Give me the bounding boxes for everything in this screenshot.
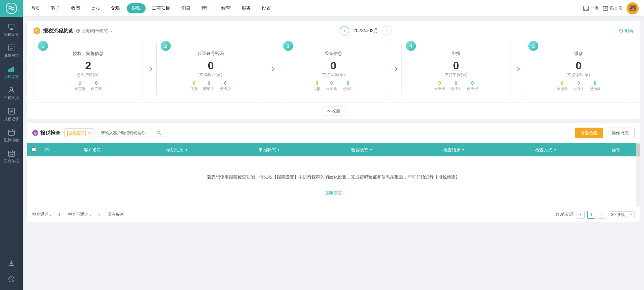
step-4-number: 4 [406,41,416,51]
col-report-status[interactable]: 申报状态 ▼ [223,143,316,156]
step-2-card: 2 验证账号密码 0 支持验证(家) 0 失败 0 验证中 [156,41,266,97]
nav-item-business[interactable]: 工商项目 [147,3,175,13]
step-4-card: 4 申报 0 支持申报(家) 0 未申报 0 进行中 [401,41,511,97]
fullscreen-button[interactable]: 全屏 [583,5,599,11]
tax-record-icon [7,107,15,115]
date-next-button[interactable]: › [382,26,392,35]
tax-overview-icon [7,65,15,73]
col-check-method[interactable]: 检查方式 ▼ [500,143,592,156]
nav-item-customer[interactable]: 客户 [46,3,65,13]
employee-tag: 全部员工 [67,130,86,136]
step-5-stat-inprogress: 0 进行中 [573,80,584,91]
pass-label: 检查通过： [32,212,52,217]
sidebar-item-tax-settings[interactable]: 报税设置 [0,19,23,41]
nav-item-accounting[interactable]: 记账 [107,3,125,13]
operation-log-button[interactable]: 操作日志 [606,128,635,138]
sidebar-item-annual-settlement[interactable]: 汇算清缴 [0,125,23,146]
step-3-stat-success: 0 已成功 [342,80,354,91]
step-3-number: 3 [283,41,293,51]
step-arrow-2 [265,41,279,97]
check-header-right: 批量检查 操作日志 [575,128,635,138]
step-5-card: 5 缴款 0 支持缴款(家) 0 未缴款 0 进行中 [524,41,633,97]
overview-title-icon: ⊕ [34,27,40,34]
sidebar-item-individual-tax[interactable]: 个税申报 [0,83,23,104]
nav-items: 首页 客户 收费 票据 记账 报税 工商项目 消息 管理 经营 服务 设置 [23,3,583,13]
col-check-result[interactable]: 检查结果 ▼ [408,143,500,156]
svg-rect-13 [12,67,14,72]
total-records: 共0条记录 [555,212,574,217]
sidebar-item-annual-report[interactable]: 工商年报 [0,146,23,167]
batch-check-button[interactable]: 批量检查 [575,128,603,138]
tax-settings-icon [7,23,15,31]
sidebar-item-tax-overview[interactable]: 报税总览 [0,62,23,83]
setup-link[interactable]: 立即设置 [325,190,342,195]
logo-icon [5,2,17,14]
page-prev-button[interactable]: ‹ [577,211,585,219]
per-page-select[interactable]: 30 条/页 50 条/页 100 条/页 [609,211,635,218]
step-1-stat-incomplete: 2 未完善 [74,80,86,91]
search-input[interactable] [101,131,155,135]
employee-filter[interactable]: 全部员工 [64,128,94,138]
select-all-checkbox[interactable] [32,147,36,152]
nav-item-settings[interactable]: 设置 [257,3,276,13]
step-3-stat-fail: 0 失败 [313,80,321,91]
content-area: ⊕ 报税流程总览 上海(电子税局) ∨ ‹ 2023年02月 › [23,17,644,290]
annual-settlement-icon [7,128,15,136]
nav-item-home[interactable]: 首页 [26,3,45,13]
svg-rect-11 [8,69,10,72]
step-arrow-4 [511,41,524,97]
nav-item-fees[interactable]: 收费 [66,3,85,13]
footer-right: 共0条记录 ‹ 1 › 30 条/页 50 条/页 100 条/页 [555,211,635,219]
nav-item-invoice[interactable]: 票据 [87,3,105,13]
scrollbar-thumb [636,143,640,157]
sidebar-item-batch-tax[interactable]: 批量报税 [0,41,23,62]
col-client-name: 客户名称 [54,143,131,156]
col-settings [40,143,54,156]
svg-rect-2 [603,6,608,10]
step-1-title: 授权、完善信息 [39,51,137,57]
nav-item-tax[interactable]: 报税 [127,3,146,13]
overview-card: ⊕ 报税流程总览 上海(电子税局) ∨ ‹ 2023年02月 › [27,21,640,102]
step-1-number: 1 [38,41,48,51]
check-table: 客户名称 纳税性质 ▼ 申报状态 ▼ 缴费状态 ▼ 检查结果 [27,143,640,207]
step-2-stat-success: 0 已成功 [220,80,231,91]
location-tag[interactable]: 上海(电子税局) ∨ [76,28,113,34]
pass-value[interactable]: 0 [58,212,60,217]
date-display: 2023年02月 [353,28,378,34]
nav-item-message[interactable]: 消息 [176,3,195,13]
step-3-sub: 支持采集(家) [284,72,382,78]
help-icon: ? [7,275,15,283]
check-footer: 检查通过： 0 检查不通过： 0 囧有备注 共0条记录 ‹ 1 › 30 条/页… [27,207,640,222]
collapse-button[interactable]: 收起 [321,106,346,116]
svg-rect-16 [8,108,14,114]
col-payment-status[interactable]: 缴费状态 ▼ [316,143,408,156]
refresh-button[interactable]: 刷新 [619,28,633,34]
date-prev-button[interactable]: ‹ [340,26,349,35]
overview-header: ⊕ 报税流程总览 上海(电子税局) ∨ ‹ 2023年02月 › [34,26,633,35]
check-title: ◎ 报税检查 [32,130,60,136]
step-4-stat-reported: 0 已申报 [467,80,478,91]
nav-item-operation[interactable]: 经营 [217,3,235,13]
sidebar-item-tax-record[interactable]: 报税记录 [0,104,23,125]
step-arrow-3 [388,41,401,97]
date-nav: ‹ 2023年02月 › [340,26,392,35]
nav-item-manage[interactable]: 管理 [197,3,215,13]
settings-icon[interactable] [44,147,50,152]
svg-rect-1 [584,6,588,11]
step-1-card: 1 授权、完善信息 2 总客户数(家) 2 未完善 0 已完善 [34,41,143,97]
step-4-stat-unreported: 0 未申报 [434,80,445,91]
fail-value[interactable]: 0 [98,212,100,217]
top-nav: 首页 客户 收费 票据 记账 报税 工商项目 消息 管理 经营 服务 设置 全屏… [0,0,644,17]
col-tax-type[interactable]: 纳税性质 ▼ [131,143,223,156]
search-icon[interactable] [157,131,161,135]
member-button[interactable]: 畅会员 [603,5,623,11]
page-next-button[interactable]: › [598,211,606,219]
scrollbar[interactable] [636,143,640,207]
avatar[interactable]: 🐻 [627,2,639,14]
sidebar-help-button[interactable]: ? [0,272,23,287]
col-checkbox [27,143,40,156]
nav-item-service[interactable]: 服务 [237,3,256,13]
sidebar-download-button[interactable] [0,256,23,271]
batch-tax-icon [7,44,15,52]
tax-check-section: ◎ 报税检查 全部员工 批量检查 [27,123,640,222]
